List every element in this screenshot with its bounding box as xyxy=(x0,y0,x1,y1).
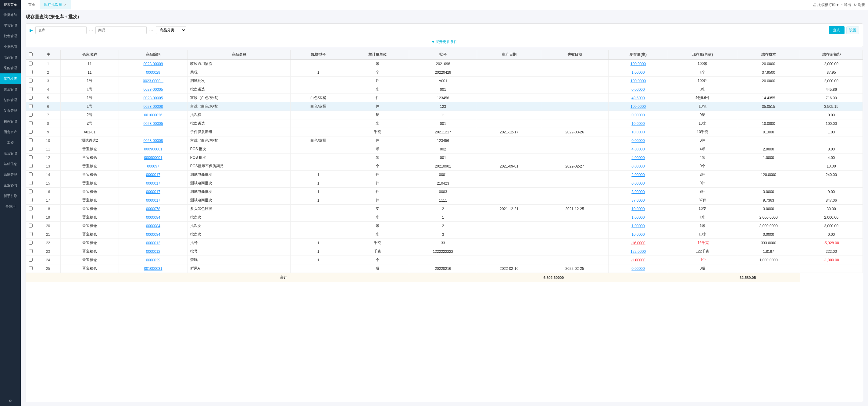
row-checkbox[interactable] xyxy=(29,249,33,253)
row-code-link[interactable]: 0023-0000... xyxy=(143,79,163,83)
row-code-link[interactable]: 0023-00008 xyxy=(143,104,163,109)
sidebar-item-collab[interactable]: 企业协同 xyxy=(0,180,21,191)
row-qty-link[interactable]: 4.00000 xyxy=(631,156,645,160)
sidebar-item-quick-nav[interactable]: 快捷导航 xyxy=(0,9,21,20)
settings-link[interactable]: 设置 xyxy=(846,27,859,34)
row-qty-link[interactable]: 49.6000 xyxy=(631,96,645,100)
row-qty-link[interactable]: 0.00000 xyxy=(631,267,645,271)
row-code-link[interactable]: 0000084 xyxy=(146,224,160,228)
row-code-link[interactable]: 0000017 xyxy=(146,198,160,203)
filter-expand-arrow[interactable]: ▶ xyxy=(30,28,33,33)
row-code-link[interactable]: 0000017 xyxy=(146,190,160,194)
row-checkbox[interactable] xyxy=(29,190,33,194)
row-checkbox[interactable] xyxy=(29,62,33,66)
refresh-btn[interactable]: ↻ 刷新 xyxy=(854,2,865,8)
row-checkbox[interactable] xyxy=(29,241,33,244)
sidebar-item-ops[interactable]: 经营管理 xyxy=(0,148,21,159)
select-all-checkbox[interactable] xyxy=(29,53,33,56)
row-code-link[interactable]: 0000084 xyxy=(146,232,160,237)
row-checkbox[interactable] xyxy=(29,258,33,262)
row-qty-link[interactable]: 3.00000 xyxy=(631,190,645,194)
row-checkbox[interactable] xyxy=(29,181,33,185)
row-code-link[interactable]: 0000012 xyxy=(146,249,160,254)
sidebar-logo[interactable]: 搜索菜单 xyxy=(0,0,21,9)
row-code-link[interactable]: 0023-00005 xyxy=(143,96,163,100)
row-qty-link[interactable]: 0.00000 xyxy=(631,88,645,92)
row-checkbox[interactable] xyxy=(29,215,33,219)
row-code-link[interactable]: 0000012 xyxy=(146,241,160,245)
row-qty-link[interactable]: 0.00000 xyxy=(631,164,645,168)
row-qty-link[interactable]: 1.00000 xyxy=(631,224,645,228)
row-qty-link[interactable]: 4.00000 xyxy=(631,147,645,151)
tab-home[interactable]: 首页 xyxy=(24,0,40,10)
row-code-link[interactable]: 000900001 xyxy=(144,156,162,160)
row-code-link[interactable]: 0000029 xyxy=(146,258,160,262)
row-checkbox[interactable] xyxy=(29,113,33,117)
row-checkbox[interactable] xyxy=(29,104,33,108)
export-btn[interactable]: ↑ 导出 xyxy=(841,2,851,8)
row-qty-link[interactable]: 122.0000 xyxy=(630,249,646,254)
row-checkbox[interactable] xyxy=(29,121,33,125)
expand-more-btn[interactable]: ▼ 展开更多条件 xyxy=(431,39,458,44)
row-qty-link[interactable]: -16.0000 xyxy=(631,241,645,245)
warehouse-input[interactable] xyxy=(35,26,87,34)
sidebar-item-micro-ecom[interactable]: 小批电商 xyxy=(0,41,21,52)
sidebar-item-inventory[interactable]: 库存核查 xyxy=(0,73,21,84)
row-qty-link[interactable]: 100.0000 xyxy=(630,79,646,83)
row-qty-link[interactable]: 1.00000 xyxy=(631,215,645,219)
row-qty-link[interactable]: 100.0000 xyxy=(630,104,646,109)
row-checkbox[interactable] xyxy=(29,198,33,202)
row-qty-link[interactable]: 10.0000 xyxy=(631,232,645,237)
row-qty-link[interactable]: 10.0000 xyxy=(631,122,645,126)
row-qty-link[interactable]: 0.00000 xyxy=(631,113,645,117)
row-qty-link[interactable]: 2.00000 xyxy=(631,173,645,177)
sidebar-item-retail[interactable]: 零售管理 xyxy=(0,20,21,31)
sidebar-item-finance[interactable]: 资金管理 xyxy=(0,84,21,95)
row-checkbox[interactable] xyxy=(29,164,33,168)
row-qty-link[interactable]: 0.00000 xyxy=(631,181,645,185)
sidebar-item-sys[interactable]: 系统管理 xyxy=(0,169,21,180)
row-code-link[interactable]: 0000017 xyxy=(146,173,160,177)
sidebar-item-guide[interactable]: 新手引导 xyxy=(0,191,21,201)
warehouse-dots[interactable]: ··· xyxy=(89,27,93,33)
row-qty-link[interactable]: 87.0000 xyxy=(631,198,645,203)
row-checkbox[interactable] xyxy=(29,172,33,176)
product-dots[interactable]: ··· xyxy=(149,27,153,33)
sidebar-item-wholesale[interactable]: 批发管理 xyxy=(0,31,21,41)
product-input[interactable] xyxy=(95,26,147,34)
row-qty-link[interactable]: 100.0000 xyxy=(630,62,646,66)
category-select[interactable]: 商品分类 xyxy=(156,26,186,34)
sidebar-item-tax[interactable]: 税务管理 xyxy=(0,116,21,127)
row-checkbox[interactable] xyxy=(29,130,33,134)
row-checkbox[interactable] xyxy=(29,87,33,91)
row-checkbox[interactable] xyxy=(29,70,33,74)
row-qty-link[interactable]: -1.00000 xyxy=(631,258,645,262)
sidebar-item-invoice[interactable]: 发票管理 xyxy=(0,105,21,116)
row-checkbox[interactable] xyxy=(29,206,33,210)
row-code-link[interactable]: 0023-00005 xyxy=(143,122,163,126)
row-qty-link[interactable]: 0.00000 xyxy=(631,139,645,143)
row-code-link[interactable]: 0023-00005 xyxy=(143,88,163,92)
row-code-link[interactable]: 001000026 xyxy=(144,113,162,117)
sidebar-item-base[interactable]: 基础信息 xyxy=(0,159,21,169)
row-checkbox[interactable] xyxy=(29,96,33,100)
row-code-link[interactable]: 000900001 xyxy=(144,147,162,151)
row-code-link[interactable]: 001000031 xyxy=(144,267,162,271)
row-code-link[interactable]: 0023-00009 xyxy=(143,62,163,66)
sidebar-item-ecom[interactable]: 电商管理 xyxy=(0,52,21,63)
row-checkbox[interactable] xyxy=(29,147,33,151)
row-code-link[interactable]: 0000029 xyxy=(146,70,160,75)
tab-close-icon[interactable]: ✕ xyxy=(64,3,66,6)
sidebar-item-purchase[interactable]: 采购管理 xyxy=(0,63,21,73)
sidebar-item-report[interactable]: 总账管理 xyxy=(0,95,21,105)
row-checkbox[interactable] xyxy=(29,138,33,142)
row-checkbox[interactable] xyxy=(29,232,33,236)
row-code-link[interactable]: 000097 xyxy=(147,164,159,168)
row-qty-link[interactable]: 10.0000 xyxy=(631,207,645,211)
tab-inventory-batch[interactable]: 库存批次量 ✕ xyxy=(40,0,71,10)
row-code-link[interactable]: 0000078 xyxy=(146,207,160,211)
row-checkbox[interactable] xyxy=(29,78,33,82)
sidebar-item-cloud[interactable]: 云应用 xyxy=(0,201,21,212)
template-print-btn[interactable]: 🖨 按模板打印 ▾ xyxy=(813,2,839,8)
row-checkbox[interactable] xyxy=(29,266,33,270)
